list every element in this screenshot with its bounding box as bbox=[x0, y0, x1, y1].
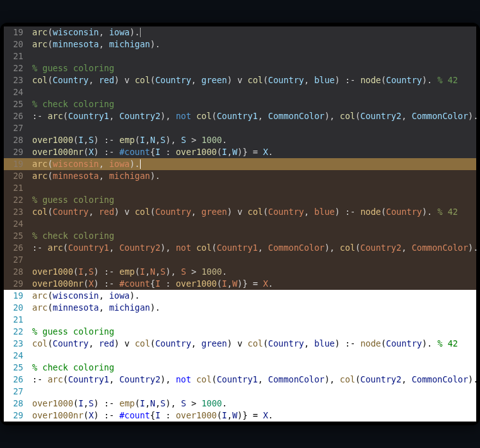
code-content[interactable]: % guess coloring bbox=[32, 62, 476, 74]
token-op: v bbox=[124, 75, 129, 85]
token-var: I bbox=[222, 279, 227, 289]
code-content[interactable]: over1000(I,S) :- emp(I,N,S), S > 1000. bbox=[32, 398, 476, 410]
code-content[interactable] bbox=[32, 254, 476, 266]
code-content[interactable]: :- arc(Country1, Country2), not col(Coun… bbox=[32, 110, 478, 122]
code-content[interactable]: col(Country, red) v col(Country, green) … bbox=[32, 338, 476, 350]
code-content[interactable]: over1000nr(X) :- #count{I : over1000(I,W… bbox=[32, 410, 476, 422]
code-line[interactable]: 24 bbox=[4, 350, 476, 362]
token-atom: blue bbox=[314, 75, 335, 85]
code-line[interactable]: 22% guess coloring bbox=[4, 62, 476, 74]
code-content[interactable]: col(Country, red) v col(Country, green) … bbox=[32, 206, 476, 218]
token-punc: ( bbox=[63, 374, 68, 384]
code-line[interactable]: 19arc(wisconsin, iowa). bbox=[4, 290, 476, 302]
code-content[interactable]: over1000(I,S) :- emp(I,N,S), S > 1000. bbox=[32, 266, 476, 278]
code-line[interactable]: 20arc(minnesota, michigan). bbox=[4, 38, 476, 50]
token-punc: , bbox=[401, 243, 411, 253]
code-line[interactable]: 23col(Country, red) v col(Country, green… bbox=[4, 206, 476, 218]
token-punc: . bbox=[222, 398, 227, 408]
token-punc: , bbox=[145, 398, 150, 408]
token-fn: col bbox=[196, 243, 211, 253]
code-content[interactable]: arc(minnesota, michigan). bbox=[32, 170, 476, 182]
code-line[interactable]: 24 bbox=[4, 86, 476, 98]
code-line[interactable]: 28over1000(I,S) :- emp(I,N,S), S > 1000. bbox=[4, 398, 476, 410]
line-number: 22 bbox=[4, 326, 32, 338]
code-content[interactable]: arc(minnesota, michigan). bbox=[32, 302, 476, 314]
code-line[interactable]: 20arc(minnesota, michigan). bbox=[4, 302, 476, 314]
code-line[interactable]: 25% check coloring bbox=[4, 230, 476, 242]
code-line[interactable]: 26:- arc(Country1, Country2), not col(Co… bbox=[4, 110, 476, 122]
token-var: S bbox=[160, 135, 165, 145]
code-line[interactable]: 21 bbox=[4, 314, 476, 326]
code-line[interactable]: 23col(Country, red) v col(Country, green… bbox=[4, 74, 476, 86]
code-line[interactable]: 25% check coloring bbox=[4, 98, 476, 110]
code-content[interactable] bbox=[32, 218, 476, 230]
code-line[interactable]: 24 bbox=[4, 218, 476, 230]
code-line[interactable]: 25% check coloring bbox=[4, 362, 476, 374]
token-atom: michigan bbox=[109, 302, 150, 313]
token-punc: ( bbox=[263, 207, 268, 217]
token-fn: col bbox=[248, 207, 263, 217]
token-fn: node bbox=[360, 207, 381, 217]
code-content[interactable] bbox=[32, 350, 476, 362]
token-atom: green bbox=[201, 207, 227, 217]
token-var: S bbox=[160, 398, 165, 408]
token-punc: , bbox=[258, 111, 268, 121]
code-content[interactable]: over1000nr(X) :- #count{I : over1000(I,W… bbox=[32, 146, 476, 158]
code-line[interactable]: 28over1000(I,S) :- emp(I,N,S), S > 1000. bbox=[4, 134, 476, 146]
code-content[interactable]: over1000nr(X) :- #count{I : over1000(I,W… bbox=[32, 278, 476, 290]
code-content[interactable] bbox=[32, 122, 476, 134]
token-punc: { bbox=[150, 147, 155, 157]
token-fn: col bbox=[135, 338, 150, 348]
code-line[interactable]: 29over1000nr(X) :- #count{I : over1000(I… bbox=[4, 278, 476, 290]
code-line[interactable]: 22% guess coloring bbox=[4, 194, 476, 206]
code-content[interactable] bbox=[32, 182, 476, 194]
code-content[interactable]: % guess coloring bbox=[32, 194, 476, 206]
token-var: Country2 bbox=[360, 111, 401, 121]
code-line[interactable]: 21 bbox=[4, 50, 476, 62]
code-line[interactable]: 29over1000nr(X) :- #count{I : over1000(I… bbox=[4, 146, 476, 158]
token-punc: . bbox=[222, 135, 227, 145]
code-panel-light[interactable]: 19arc(wisconsin, iowa).20arc(minnesota, … bbox=[4, 290, 476, 422]
code-content[interactable]: :- arc(Country1, Country2), not col(Coun… bbox=[32, 242, 478, 254]
code-content[interactable]: % guess coloring bbox=[32, 326, 476, 338]
code-content[interactable]: arc(wisconsin, iowa). bbox=[32, 26, 476, 38]
code-content[interactable] bbox=[32, 386, 476, 398]
code-line[interactable]: 29over1000nr(X) :- #count{I : over1000(I… bbox=[4, 410, 476, 422]
code-line[interactable]: 23col(Country, red) v col(Country, green… bbox=[4, 338, 476, 350]
code-line[interactable]: 28over1000(I,S) :- emp(I,N,S), S > 1000. bbox=[4, 266, 476, 278]
token-punc: ), bbox=[166, 398, 181, 408]
token-var: S bbox=[181, 135, 186, 145]
token-fn: col bbox=[340, 111, 355, 121]
code-content[interactable] bbox=[32, 50, 476, 62]
token-punc: ), bbox=[160, 111, 175, 121]
code-line[interactable]: 19arc(wisconsin, iowa). bbox=[4, 158, 476, 170]
code-panel-dark1[interactable]: 19arc(wisconsin, iowa).20arc(minnesota, … bbox=[4, 26, 476, 158]
token-punc: , bbox=[88, 75, 98, 85]
code-line[interactable]: 19arc(wisconsin, iowa). bbox=[4, 26, 476, 38]
code-line[interactable]: 20arc(minnesota, michigan). bbox=[4, 170, 476, 182]
code-content[interactable] bbox=[32, 314, 476, 326]
token-punc: ), bbox=[324, 374, 339, 384]
code-line[interactable]: 27 bbox=[4, 254, 476, 266]
code-line[interactable]: 26:- arc(Country1, Country2), not col(Co… bbox=[4, 374, 476, 386]
code-content[interactable]: col(Country, red) v col(Country, green) … bbox=[32, 74, 476, 86]
code-line[interactable]: 22% guess coloring bbox=[4, 326, 476, 338]
code-panel-dark2[interactable]: 19arc(wisconsin, iowa).20arc(minnesota, … bbox=[4, 158, 476, 290]
code-content[interactable]: % check coloring bbox=[32, 98, 476, 110]
code-line[interactable]: 21 bbox=[4, 182, 476, 194]
code-content[interactable]: :- arc(Country1, Country2), not col(Coun… bbox=[32, 374, 478, 386]
line-number: 27 bbox=[4, 386, 32, 398]
token-punc: , bbox=[227, 279, 232, 289]
code-line[interactable]: 27 bbox=[4, 386, 476, 398]
code-content[interactable] bbox=[32, 86, 476, 98]
code-content[interactable]: % check coloring bbox=[32, 230, 476, 242]
token-punc: ( bbox=[212, 111, 217, 121]
code-content[interactable]: arc(wisconsin, iowa). bbox=[32, 158, 476, 170]
code-content[interactable]: % check coloring bbox=[32, 362, 476, 374]
code-content[interactable]: over1000(I,S) :- emp(I,N,S), S > 1000. bbox=[32, 134, 476, 146]
code-line[interactable]: 27 bbox=[4, 122, 476, 134]
code-content[interactable]: arc(minnesota, michigan). bbox=[32, 38, 476, 50]
code-content[interactable]: arc(wisconsin, iowa). bbox=[32, 290, 476, 302]
token-punc: , bbox=[258, 374, 268, 384]
code-line[interactable]: 26:- arc(Country1, Country2), not col(Co… bbox=[4, 242, 476, 254]
